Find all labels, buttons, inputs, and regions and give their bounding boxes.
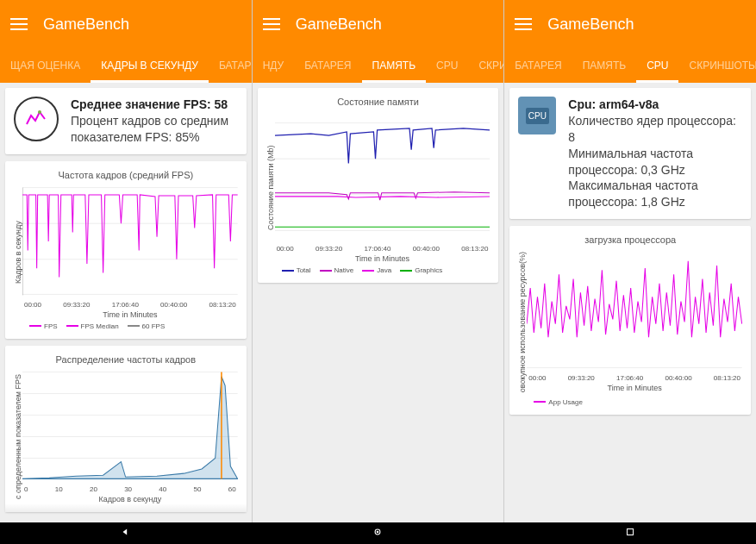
cpu-cores: Количество ядер процессора: 8 — [568, 113, 742, 146]
cpu-chip-icon — [518, 97, 556, 134]
tab-fps[interactable]: КАДРЫ В СЕКУНДУ — [91, 48, 209, 83]
svg-point-19 — [377, 530, 379, 533]
fps-percent-text: Процент кадров со средним показателем FP… — [71, 113, 238, 146]
cpu-summary-card: Cpu: arm64-v8a Количество ядер процессор… — [509, 88, 751, 219]
tab-memory[interactable]: ПАМЯТЬ — [362, 48, 427, 83]
y-axis-label: Кадров в секунду — [14, 185, 22, 319]
cpu-usage-card: загрузка процессора овокупное использова… — [509, 226, 751, 414]
chart-legend: Total Native Java Graphics — [266, 266, 490, 274]
content-area[interactable]: Cpu: arm64-v8a Количество ядер процессор… — [504, 83, 756, 522]
screen-memory: GameBench НДУ БАТАРЕЯ ПАМЯТЬ CPU СКРИНШ … — [253, 0, 505, 522]
chart-legend: FPS FPS Median 60 FPS — [14, 322, 238, 330]
screen-cpu: GameBench БАТАРЕЯ ПАМЯТЬ CPU СКРИНШОТЫ C… — [504, 0, 756, 522]
menu-icon[interactable] — [10, 18, 28, 30]
cpu-min-freq: Минимальная частота процессора: 0,3 GHz — [568, 146, 742, 178]
tab-screenshots[interactable]: СКРИНШОТЫ — [678, 48, 756, 83]
y-axis-label: Состояние памяти (Mb) — [266, 112, 275, 263]
chart-title: Распределение частоты кадров — [14, 354, 238, 365]
tab-bar: ЩАЯ ОЦЕНКА КАДРЫ В СЕКУНДУ БАТАРЕЯ — [0, 48, 252, 83]
chart-title: загрузка процессора — [518, 234, 742, 245]
memory-chart-card: Состояние памяти Состояние памяти (Mb) 0… — [258, 88, 499, 283]
app-title: GameBench — [296, 16, 382, 34]
screen-fps: GameBench ЩАЯ ОЦЕНКА КАДРЫ В СЕКУНДУ БАТ… — [0, 0, 253, 522]
app-bar: GameBench — [253, 0, 504, 48]
app-title: GameBench — [547, 16, 634, 34]
app-title: GameBench — [43, 16, 129, 34]
svg-point-0 — [38, 110, 41, 114]
tab-bar: БАТАРЕЯ ПАМЯТЬ CPU СКРИНШОТЫ — [504, 48, 756, 83]
tab-screenshots[interactable]: СКРИНШ — [468, 48, 503, 83]
chart-legend: App Usage — [518, 398, 742, 406]
chart-title: Частота кадров (средний FPS) — [14, 170, 238, 180]
x-axis-label: Time in Minutes — [275, 254, 490, 263]
fps-timeline-card: Частота кадров (средний FPS) Кадров в се… — [5, 161, 247, 339]
x-axis-label: Time in Minutes — [527, 384, 742, 392]
x-ticks: 00:0009:33:2017:06:4000:40:0008:13:20 — [275, 245, 490, 253]
content-area[interactable]: Среднее значение FPS: 58 Процент кадров … — [0, 83, 252, 522]
memory-chart — [275, 112, 490, 241]
svg-rect-20 — [627, 528, 633, 535]
app-bar: GameBench — [0, 0, 252, 48]
fps-timeline-chart — [22, 185, 238, 297]
x-ticks: 00:0009:33:2017:06:4000:40:0008:13:20 — [22, 301, 238, 309]
x-axis-label: Time in Minutes — [22, 310, 238, 319]
fps-avg-value: Среднее значение FPS: 58 — [71, 97, 238, 113]
menu-icon[interactable] — [515, 18, 532, 30]
fps-distribution-card: Распределение частоты кадров с определен… — [5, 346, 247, 512]
app-bar: GameBench — [504, 0, 756, 48]
tab-cpu[interactable]: CPU — [636, 48, 678, 83]
tab-battery[interactable]: БАТАРЕЯ — [504, 48, 572, 83]
tab-rating[interactable]: ЩАЯ ОЦЕНКА — [0, 48, 91, 83]
chart-title: Состояние памяти — [266, 97, 490, 107]
cpu-usage-chart — [527, 250, 742, 371]
tab-memory[interactable]: ПАМЯТЬ — [572, 48, 637, 83]
tab-bar: НДУ БАТАРЕЯ ПАМЯТЬ CPU СКРИНШ — [253, 48, 504, 83]
nav-back-icon[interactable] — [120, 526, 132, 541]
menu-icon[interactable] — [263, 18, 280, 30]
x-axis-label: Кадров в секунду — [22, 495, 238, 503]
tab-battery[interactable]: БАТАРЕЯ — [209, 48, 252, 83]
content-area[interactable]: Состояние памяти Состояние памяти (Mb) 0… — [253, 83, 504, 522]
tab-fps[interactable]: НДУ — [253, 48, 295, 83]
android-nav-bar — [0, 522, 756, 544]
cpu-max-freq: Максимальная частота процессора: 1,8 GHz — [568, 178, 742, 210]
tab-battery[interactable]: БАТАРЕЯ — [294, 48, 361, 83]
y-axis-label: с определенным показателем FPS — [14, 370, 22, 503]
nav-home-icon[interactable] — [372, 526, 384, 541]
x-ticks: 0102030405060 — [22, 485, 238, 493]
y-axis-label: овокупное использование ресурсов(%) — [518, 250, 527, 394]
cpu-summary-text: Cpu: arm64-v8a Количество ядер процессор… — [568, 97, 742, 210]
nav-recent-icon[interactable] — [624, 526, 636, 541]
cpu-arch: Cpu: arm64-v8a — [568, 97, 742, 113]
fps-distribution-chart — [22, 370, 238, 482]
fps-summary-text: Среднее значение FPS: 58 Процент кадров … — [71, 97, 238, 146]
x-ticks: 00:0009:33:2017:06:4000:40:0008:13:20 — [527, 374, 742, 382]
tab-cpu[interactable]: CPU — [426, 48, 468, 83]
fps-summary-card: Среднее значение FPS: 58 Процент кадров … — [5, 88, 247, 154]
fps-chart-icon — [14, 97, 59, 141]
